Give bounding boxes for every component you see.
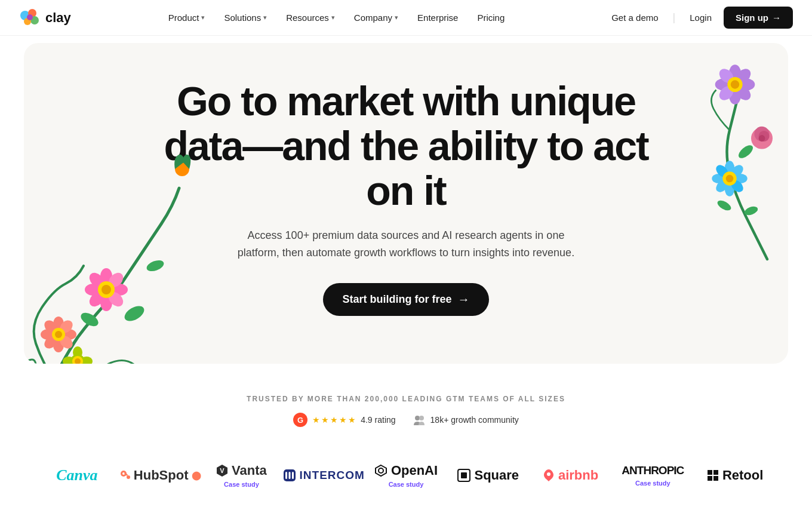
- logo-cursor: ✦ CURSOR: [694, 500, 776, 513]
- nav-enterprise[interactable]: Enterprise: [409, 8, 466, 27]
- star-rating: ★ ★ ★ ★ ★: [312, 415, 356, 425]
- signup-button[interactable]: Sign up →: [724, 7, 793, 29]
- nav-pricing[interactable]: Pricing: [469, 8, 513, 27]
- get-demo-button[interactable]: Get a demo: [602, 8, 668, 27]
- svg-point-61: [726, 175, 734, 183]
- logo-text: clay: [45, 10, 71, 26]
- logo-anthropic: ANTHROPIC Case study: [611, 452, 694, 499]
- square-icon: [457, 469, 470, 482]
- svg-point-60: [722, 171, 736, 185]
- svg-rect-81: [461, 472, 467, 478]
- arrow-right-icon: →: [458, 293, 470, 306]
- hubspot-icon: [117, 469, 130, 482]
- anthropic-case-study: Case study: [635, 480, 670, 487]
- svg-point-14: [106, 289, 126, 309]
- arrow-right-icon: →: [772, 13, 781, 23]
- svg-point-41: [739, 79, 755, 91]
- svg-rect-78: [292, 472, 294, 479]
- svg-point-24: [42, 333, 60, 351]
- logo-grafana: G Grafana Labs: [282, 502, 365, 513]
- logos-row-2: ramp ↗ Notion Webflow: [36, 500, 776, 513]
- svg-point-8: [100, 294, 112, 311]
- svg-text:V: V: [220, 467, 224, 474]
- trust-section: TRUSTED BY MORE THAN 200,000 LEADING GTM…: [0, 371, 812, 439]
- svg-point-40: [715, 79, 731, 91]
- svg-point-45: [734, 83, 753, 103]
- community-text: 18k+ growth community: [430, 415, 519, 425]
- logo-dropbox: Dropbox: [530, 501, 612, 513]
- rating-text: 4.9 rating: [361, 415, 395, 425]
- logo[interactable]: clay: [19, 7, 71, 29]
- chevron-down-icon: ▾: [263, 14, 267, 21]
- navbar: clay Product ▾ Solutions ▾ Resources ▾ C…: [0, 0, 812, 36]
- logo-retool: Retool: [694, 456, 776, 495]
- svg-rect-83: [708, 470, 712, 475]
- svg-point-42: [716, 66, 736, 86]
- svg-point-29: [73, 346, 82, 358]
- logo-notion: Notion: [118, 501, 201, 513]
- logo-verkada: V Verkada: [447, 501, 530, 513]
- svg-point-6: [96, 279, 117, 300]
- vanta-icon: V: [216, 464, 228, 477]
- hero-section: Go to market with unique data—and the ab…: [24, 43, 788, 364]
- svg-point-21: [62, 329, 76, 340]
- svg-point-51: [759, 135, 765, 142]
- users-icon: [413, 413, 426, 426]
- logo-airbnb: airbnb: [530, 456, 612, 495]
- svg-text:G: G: [297, 416, 303, 425]
- svg-point-50: [759, 131, 770, 142]
- logo-faire: F A I R E: [611, 502, 694, 513]
- nav-solutions[interactable]: Solutions ▾: [216, 8, 275, 27]
- svg-point-55: [733, 174, 747, 183]
- svg-point-35: [122, 303, 146, 324]
- svg-point-56: [713, 162, 730, 179]
- start-building-button[interactable]: Start building for free →: [323, 283, 488, 316]
- logo-hubspot: HubSpot ⬤: [118, 456, 201, 495]
- logo-webflow: Webflow: [201, 501, 283, 513]
- nav-resources[interactable]: Resources ▾: [278, 8, 343, 27]
- svg-point-11: [87, 270, 107, 290]
- openai-case-study: Case study: [389, 481, 424, 488]
- svg-rect-86: [713, 476, 718, 481]
- svg-point-59: [729, 178, 746, 195]
- svg-point-22: [42, 318, 60, 336]
- svg-point-68: [419, 416, 424, 420]
- logos-section: Canva HubSpot ⬤ V Vanta: [0, 439, 812, 513]
- svg-point-48: [751, 128, 773, 149]
- logo-vanta: V Vanta Case study: [201, 451, 283, 500]
- chevron-down-icon: ▾: [395, 14, 398, 21]
- retool-icon: [707, 469, 719, 481]
- svg-point-28: [70, 354, 85, 364]
- clay-logo-icon: [19, 7, 41, 29]
- svg-point-34: [75, 358, 81, 364]
- svg-point-27: [55, 331, 62, 338]
- svg-rect-76: [285, 472, 287, 479]
- nav-actions: Get a demo | Login Sign up →: [602, 7, 793, 29]
- svg-point-57: [729, 162, 746, 179]
- trust-badges: G ★ ★ ★ ★ ★ 4.9 rating 18k+ growth commu…: [293, 413, 519, 427]
- svg-point-43: [734, 66, 753, 86]
- hero-subtitle: Access 100+ premium data sources and AI …: [233, 227, 579, 262]
- svg-point-44: [716, 83, 736, 103]
- svg-point-82: [547, 472, 550, 476]
- svg-point-70: [122, 472, 125, 475]
- svg-point-46: [727, 77, 742, 92]
- nav-company[interactable]: Company ▾: [346, 8, 407, 27]
- svg-point-37: [145, 258, 165, 273]
- svg-point-23: [57, 318, 75, 336]
- svg-rect-77: [288, 472, 290, 479]
- nav-links: Product ▾ Solutions ▾ Resources ▾ Compan…: [160, 8, 513, 27]
- hero-title: Go to market with unique data—and the ab…: [137, 79, 675, 213]
- logo-intercom: INTERCOM: [282, 457, 365, 494]
- login-button[interactable]: Login: [680, 8, 721, 27]
- svg-point-52: [725, 161, 734, 174]
- airbnb-icon: [543, 468, 555, 483]
- nav-product[interactable]: Product ▾: [160, 8, 214, 27]
- vanta-case-study: Case study: [224, 481, 259, 488]
- svg-rect-85: [708, 476, 712, 481]
- svg-point-19: [53, 338, 64, 352]
- svg-point-54: [712, 174, 725, 183]
- svg-point-36: [79, 310, 101, 329]
- intercom-icon: [283, 469, 296, 482]
- logos-row-1: Canva HubSpot ⬤ V Vanta: [36, 451, 776, 500]
